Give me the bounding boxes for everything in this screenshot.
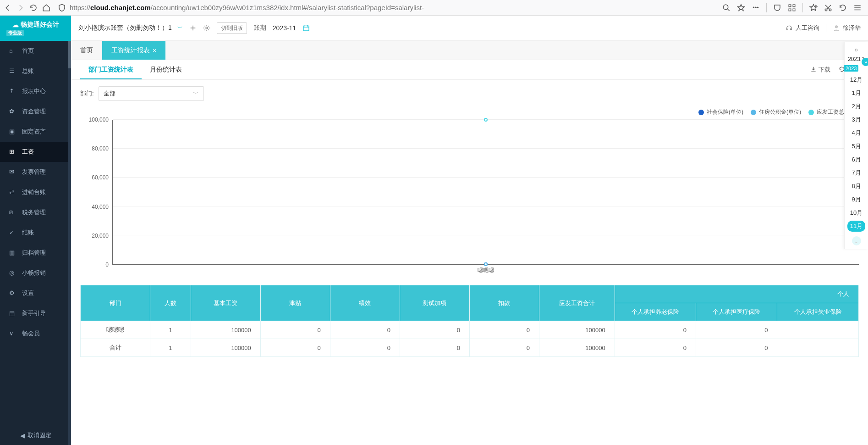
y-tick: 0 [105,261,109,268]
month-item-11月[interactable]: 11月 [847,221,865,232]
rail-year-badge: 2023 [844,65,858,72]
legend-item[interactable]: 住房公积金(单位) [751,108,801,116]
switch-old-version-button[interactable]: 切到旧版 [217,22,247,34]
nav-icon: ▥ [9,249,16,256]
url-bar[interactable]: https://cloud.chanjet.com/accounting/uw1… [55,4,718,12]
main-area: 刘小艳演示账套（勿删勿动！）1 ﹀ 切到旧版 账期 2023-11 人工咨询 徐… [71,16,868,445]
settings-gear-icon[interactable] [203,24,210,32]
nav-icon: ⌂ [9,47,16,55]
apps-icon[interactable] [788,4,796,12]
cut-icon[interactable] [824,4,832,12]
pin-icon: ◀ [20,432,25,439]
calendar-icon[interactable] [302,24,310,32]
nav-label: 归档管理 [22,249,46,257]
rail-scroll-down[interactable]: ⌄ [852,236,861,245]
col-p3: 个人承担失业保险 [777,303,859,321]
history-icon[interactable] [839,4,847,12]
topbar: 刘小艳演示账套（勿删勿动！）1 ﹀ 切到旧版 账期 2023-11 人工咨询 徐… [71,16,868,41]
chevron-down-icon: ﹀ [177,24,183,32]
nav-label: 工资 [22,148,34,156]
support-link[interactable]: 人工咨询 [786,24,819,32]
nav-icon: ⇡ [9,88,16,95]
sidebar-item-8[interactable]: ⎚税务管理 [0,202,71,222]
col-total: 应发工资合计 [539,285,615,321]
chevron-down-icon: ﹀ [193,89,199,98]
svg-point-0 [723,5,728,10]
grid-line [113,148,859,149]
svg-rect-1 [789,5,791,7]
month-item-2月[interactable]: 2月 [852,101,861,112]
sidebar-item-4[interactable]: ▣固定资产 [0,122,71,142]
month-item-6月[interactable]: 6月 [852,154,861,165]
y-tick: 80,000 [92,145,109,152]
month-item-9月[interactable]: 9月 [852,194,861,205]
month-item-7月[interactable]: 7月 [852,167,861,178]
bookmark-star-icon[interactable] [809,4,818,12]
month-item-1月[interactable]: 1月 [852,88,861,99]
nav-icon: ▤ [9,310,16,317]
sidebar-item-11[interactable]: ◎小畅报销 [0,263,71,283]
month-item-5月[interactable]: 5月 [852,141,861,152]
nav-label: 总账 [22,67,34,75]
sidebar-item-2[interactable]: ⇡报表中心 [0,81,71,101]
nav-icon: ✓ [9,229,16,236]
sidebar-item-9[interactable]: ✓结账 [0,222,71,243]
subtab-0[interactable]: 部门工资统计表 [80,60,142,79]
sidebar-item-10[interactable]: ▥归档管理 [0,243,71,263]
legend-item[interactable]: 应发工资总额 [808,108,850,116]
unpin-button[interactable]: ◀取消固定 [0,426,71,445]
nav-icon: ⊞ [9,148,16,156]
nav-icon: ☰ [9,67,16,75]
subtab-1[interactable]: 月份统计表 [142,60,190,79]
back-icon[interactable] [4,4,12,12]
sidebar-item-6[interactable]: ✉发票管理 [0,162,71,182]
sidebar: ☁畅捷通好会计 专业版 ⌂首页☰总账⇡报表中心✿资金管理▣固定资产⊞工资✉发票管… [0,16,71,445]
nav-label: 报表中心 [22,87,46,95]
sidebar-item-5[interactable]: ⊞工资 [0,142,71,162]
nav-icon: ∨ [9,330,16,337]
pocket-icon[interactable] [773,4,781,12]
chart-point[interactable] [484,118,488,122]
page-tab-0[interactable]: 首页 [71,41,102,60]
legend-item[interactable]: 社会保险(单位) [698,108,743,116]
download-button[interactable]: 下载 [810,66,830,74]
dept-select[interactable]: 全部 ﹀ [99,86,204,101]
chart-container: 社会保险(单位)住房公积金(单位)应发工资总额 020,00040,00060,… [71,104,868,280]
table-row: 合计 1 100000 0 0 0 0 100000 0 0 [81,339,859,357]
legend-dot [698,110,704,115]
shield-icon [58,4,66,12]
add-account-button[interactable] [189,24,197,32]
reload-icon[interactable] [29,4,38,12]
svg-rect-3 [789,9,791,11]
collapse-rail-button[interactable]: » [855,46,858,53]
menu-icon[interactable] [853,4,862,12]
forward-icon[interactable] [16,4,25,12]
sidebar-item-13[interactable]: ▤新手引导 [0,303,71,323]
more-icon[interactable]: ••• [752,4,760,12]
svg-point-9 [835,26,837,28]
sidebar-item-12[interactable]: ⚙设置 [0,283,71,303]
month-item-12月[interactable]: 12月 [850,74,863,85]
month-item-4月[interactable]: 4月 [852,128,861,139]
account-selector[interactable]: 刘小艳演示账套（勿删勿动！）1 ﹀ [78,24,183,32]
month-item-3月[interactable]: 3月 [852,114,861,125]
month-item-8月[interactable]: 8月 [852,181,861,192]
svg-point-7 [206,27,208,29]
browser-toolbar: https://cloud.chanjet.com/accounting/uw1… [0,0,868,16]
period-value[interactable]: 2023-11 [273,24,296,32]
nav-icon: ✉ [9,168,16,176]
star-icon[interactable] [737,4,745,12]
page-tab-1[interactable]: 工资统计报表× [102,41,165,60]
sidebar-item-14[interactable]: ∨畅会员 [0,323,71,344]
user-menu[interactable]: 徐泽华 [833,24,861,32]
download-icon [810,66,817,74]
close-icon[interactable]: × [153,47,156,54]
search-icon[interactable] [722,4,731,12]
sidebar-item-3[interactable]: ✿资金管理 [0,101,71,122]
sidebar-item-7[interactable]: ⇄进销台账 [0,182,71,202]
sidebar-item-0[interactable]: ⌂首页 [0,41,71,61]
home-icon[interactable] [42,4,50,12]
chart-point[interactable] [484,262,488,266]
sidebar-item-1[interactable]: ☰总账 [0,61,71,81]
month-item-10月[interactable]: 10月 [850,207,863,218]
